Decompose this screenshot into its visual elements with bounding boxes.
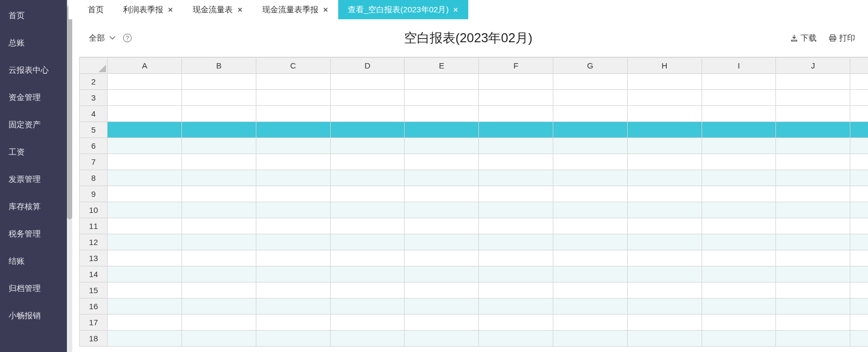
cell-G12[interactable] <box>553 234 628 250</box>
cell-H13[interactable] <box>627 250 702 266</box>
sidebar-item-7[interactable]: 库存核算 <box>0 193 68 220</box>
cell-E13[interactable] <box>405 250 479 266</box>
cell-F4[interactable] <box>479 106 553 122</box>
cell-F3[interactable] <box>479 90 553 106</box>
cell-F16[interactable] <box>479 299 553 315</box>
column-header-J[interactable]: J <box>776 58 850 74</box>
cell-J12[interactable] <box>776 234 850 250</box>
cell-J15[interactable] <box>776 282 850 299</box>
cell-E4[interactable] <box>405 106 479 122</box>
column-header-C[interactable]: C <box>256 58 330 74</box>
cell-C6[interactable] <box>256 138 330 154</box>
cell-D6[interactable] <box>330 138 405 154</box>
cell-J8[interactable] <box>776 170 850 186</box>
cell-F5[interactable] <box>479 122 553 138</box>
cell-G6[interactable] <box>553 138 628 154</box>
cell-A15[interactable] <box>108 282 182 299</box>
row-header-8[interactable]: 8 <box>80 170 108 186</box>
cell-E11[interactable] <box>405 218 479 234</box>
cell-D9[interactable] <box>330 186 405 202</box>
sidebar-item-0[interactable]: 首页 <box>0 2 68 29</box>
cell-F17[interactable] <box>479 315 553 331</box>
cell-G10[interactable] <box>553 202 628 218</box>
cell-C4[interactable] <box>256 106 330 122</box>
cell-J16[interactable] <box>776 299 850 315</box>
cell-C18[interactable] <box>256 331 330 347</box>
cell-B12[interactable] <box>182 234 256 250</box>
cell-C13[interactable] <box>256 250 330 266</box>
cell-D5[interactable] <box>330 122 405 138</box>
row-header-3[interactable]: 3 <box>80 90 108 106</box>
cell-C7[interactable] <box>256 154 330 170</box>
row-header-13[interactable]: 13 <box>80 250 108 266</box>
cell-B11[interactable] <box>182 218 256 234</box>
cell-I3[interactable] <box>702 90 776 106</box>
cell-H12[interactable] <box>627 234 702 250</box>
column-header-A[interactable]: A <box>108 58 182 74</box>
cell-K6[interactable] <box>850 138 868 154</box>
cell-G16[interactable] <box>553 299 628 315</box>
cell-K3[interactable] <box>850 90 868 106</box>
cell-J9[interactable] <box>776 186 850 202</box>
sidebar-item-4[interactable]: 固定资产 <box>0 111 68 139</box>
cell-E15[interactable] <box>405 282 479 299</box>
cell-H5[interactable] <box>627 122 702 138</box>
cell-D17[interactable] <box>330 315 405 331</box>
cell-K12[interactable] <box>850 234 868 250</box>
cell-C15[interactable] <box>256 282 330 299</box>
row-header-15[interactable]: 15 <box>80 282 108 299</box>
cell-K15[interactable] <box>850 282 868 299</box>
cell-A4[interactable] <box>108 106 182 122</box>
cell-B13[interactable] <box>182 250 256 266</box>
cell-F15[interactable] <box>479 282 553 299</box>
sidebar-item-2[interactable]: 云报表中心 <box>0 57 68 84</box>
cell-H9[interactable] <box>627 186 702 202</box>
column-header-I[interactable]: I <box>702 58 776 74</box>
cell-C8[interactable] <box>256 170 330 186</box>
cell-G18[interactable] <box>553 331 628 347</box>
close-icon[interactable]: ✕ <box>167 6 173 14</box>
cell-B17[interactable] <box>182 315 256 331</box>
cell-C9[interactable] <box>256 186 330 202</box>
cell-C16[interactable] <box>256 299 330 315</box>
cell-D7[interactable] <box>330 154 405 170</box>
cell-E8[interactable] <box>405 170 479 186</box>
cell-H3[interactable] <box>627 90 702 106</box>
row-header-9[interactable]: 9 <box>80 186 108 202</box>
cell-A11[interactable] <box>108 218 182 234</box>
cell-D11[interactable] <box>330 218 405 234</box>
cell-I7[interactable] <box>702 154 776 170</box>
cell-I2[interactable] <box>702 74 776 90</box>
cell-A12[interactable] <box>108 234 182 250</box>
cell-G9[interactable] <box>553 186 628 202</box>
cell-K11[interactable] <box>850 218 868 234</box>
cell-J3[interactable] <box>776 90 850 106</box>
sidebar-item-10[interactable]: 归档管理 <box>0 275 68 302</box>
tab-0[interactable]: 首页 <box>78 0 113 19</box>
cell-K17[interactable] <box>850 315 868 331</box>
cell-G15[interactable] <box>553 282 628 299</box>
sidebar-item-5[interactable]: 工资 <box>0 139 68 166</box>
cell-H15[interactable] <box>627 282 702 299</box>
cell-F12[interactable] <box>479 234 553 250</box>
cell-G3[interactable] <box>553 90 628 106</box>
cell-A5[interactable] <box>108 122 182 138</box>
cell-I13[interactable] <box>702 250 776 266</box>
cell-F10[interactable] <box>479 202 553 218</box>
cell-J13[interactable] <box>776 250 850 266</box>
cell-B3[interactable] <box>182 90 256 106</box>
cell-B4[interactable] <box>182 106 256 122</box>
row-header-2[interactable]: 2 <box>80 74 108 90</box>
cell-A6[interactable] <box>108 138 182 154</box>
row-header-18[interactable]: 18 <box>80 331 108 347</box>
cell-H2[interactable] <box>627 74 702 90</box>
cell-I4[interactable] <box>702 106 776 122</box>
cell-K4[interactable] <box>850 106 868 122</box>
cell-C10[interactable] <box>256 202 330 218</box>
cell-H14[interactable] <box>627 266 702 282</box>
cell-A3[interactable] <box>108 90 182 106</box>
row-header-5[interactable]: 5 <box>80 122 108 138</box>
cell-F7[interactable] <box>479 154 553 170</box>
cell-B18[interactable] <box>182 331 256 347</box>
cell-E17[interactable] <box>405 315 479 331</box>
